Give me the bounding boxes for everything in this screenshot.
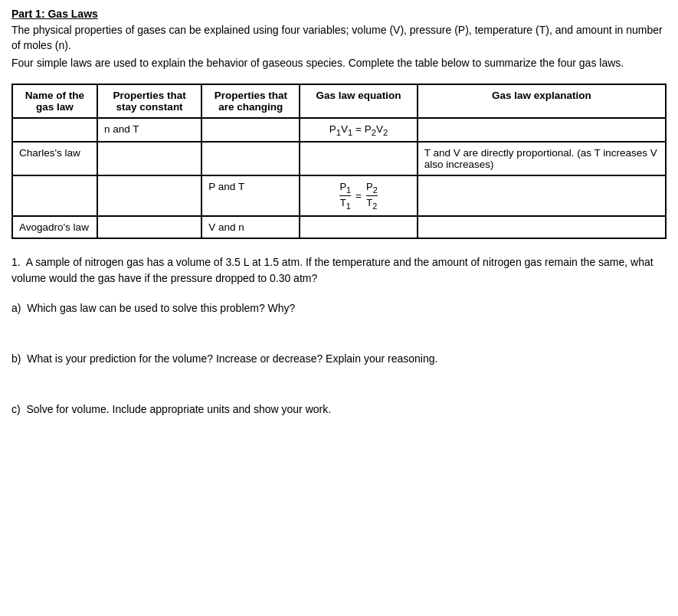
sub-a-label: a)	[11, 302, 21, 314]
header-constant: Properties that stay constant	[97, 84, 201, 118]
table-row-avogadro: Avogadro's law V and n	[12, 216, 666, 238]
row4-explanation	[418, 216, 666, 238]
sub-c-label: c)	[11, 403, 21, 415]
row2-changing	[201, 142, 300, 175]
sub-b-label: b)	[11, 352, 21, 365]
questions-section: 1. A sample of nitrogen gas has a volume…	[11, 254, 667, 415]
row3-constant	[97, 175, 201, 215]
table-row-gay-lussac: P and T P1 T1 = P2 T2	[12, 175, 666, 215]
sub-c-text: Solve for volume. Include appropriate un…	[26, 403, 331, 415]
row4-constant	[97, 216, 201, 238]
row4-changing: V and n	[201, 216, 300, 238]
page-title: Part 1: Gas Laws	[11, 8, 667, 20]
intro-paragraph-2: Four simple laws are used to explain the…	[11, 56, 667, 71]
row1-constant: n and T	[97, 118, 201, 143]
question-1-number: 1.	[11, 256, 21, 268]
sub-question-b: b) What is your prediction for the volum…	[11, 352, 667, 365]
row2-equation	[300, 142, 418, 175]
gas-laws-table: Name of the gas law Properties that stay…	[11, 84, 667, 239]
row2-constant	[97, 142, 201, 175]
header-equation: Gas law equation	[300, 84, 418, 118]
header-explanation: Gas law explanation	[418, 84, 666, 118]
sub-question-c: c) Solve for volume. Include appropriate…	[11, 403, 667, 415]
header-name: Name of the gas law	[12, 84, 97, 118]
row1-name	[12, 118, 97, 143]
sub-a-text: Which gas law can be used to solve this …	[27, 302, 295, 314]
table-row-charles: Charles's law T and V are directly propo…	[12, 142, 666, 175]
row2-explanation: T and V are directly proportional. (as T…	[418, 142, 666, 175]
header-changing: Properties that are changing	[201, 84, 300, 118]
row4-equation	[300, 216, 418, 238]
sub-b-text: What is your prediction for the volume? …	[27, 352, 437, 365]
row2-name: Charles's law	[12, 142, 97, 175]
row1-equation: P1V1 = P2V2	[300, 118, 418, 143]
row3-equation: P1 T1 = P2 T2	[300, 175, 418, 215]
gas-laws-table-container: Name of the gas law Properties that stay…	[11, 84, 667, 239]
question-1: 1. A sample of nitrogen gas has a volume…	[11, 254, 667, 287]
table-row-boyle: n and T P1V1 = P2V2	[12, 118, 666, 143]
row3-name	[12, 175, 97, 215]
row1-explanation	[418, 118, 666, 143]
row3-explanation	[418, 175, 666, 215]
sub-question-a: a) Which gas law can be used to solve th…	[11, 302, 667, 314]
row4-name: Avogadro's law	[12, 216, 97, 238]
row3-changing: P and T	[201, 175, 300, 215]
question-1-text: 1. A sample of nitrogen gas has a volume…	[11, 254, 667, 287]
row1-changing	[201, 118, 300, 143]
intro-paragraph-1: The physical properties of gases can be …	[11, 23, 667, 53]
